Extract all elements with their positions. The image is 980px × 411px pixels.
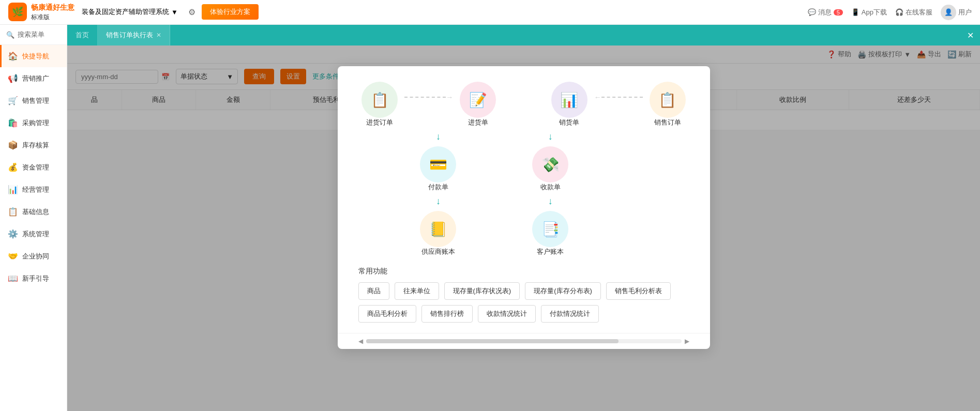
payment-circle: 💳 bbox=[420, 146, 456, 182]
sidebar-item-inventory[interactable]: 📦 库存核算 bbox=[0, 134, 67, 156]
search-icon: 🔍 bbox=[6, 31, 14, 39]
purchase-order-circle: 📋 bbox=[361, 82, 398, 118]
func-btn-6[interactable]: 销售排行榜 bbox=[421, 305, 473, 323]
scrollbar-track bbox=[366, 339, 682, 343]
func-btn-5[interactable]: 商品毛利分析 bbox=[358, 305, 416, 323]
sidebar-item-enterprise[interactable]: 🤝 企业协同 bbox=[0, 245, 67, 267]
sidebar-item-guide[interactable]: 📖 新手引导 bbox=[0, 267, 67, 290]
tab-bar: 首页 销售订单执行表 ✕ ✕ bbox=[67, 25, 980, 45]
func-btn-4[interactable]: 销售毛利分析表 bbox=[606, 282, 671, 300]
arrow-down-3: ↓ bbox=[420, 196, 456, 207]
system-name[interactable]: 装备及固定资产辅助管理系统 ▼ bbox=[82, 7, 178, 17]
flow-section: 📋 进货订单 → bbox=[338, 66, 710, 267]
avatar: 👤 bbox=[941, 5, 956, 20]
modal-overlay: 📋 进货订单 → bbox=[67, 45, 980, 411]
download-icon: 📱 bbox=[851, 8, 860, 16]
user-menu[interactable]: 👤 用户 bbox=[941, 5, 972, 20]
arrow-down-2: ↓ bbox=[532, 131, 568, 142]
purchase-doc-circle: 📝 bbox=[460, 82, 496, 118]
sales-order-circle: 📋 bbox=[650, 82, 686, 118]
func-buttons-row: 商品往来单位现存量(库存状况表)现存量(库存分布表)销售毛利分析表商品毛利分析销… bbox=[358, 282, 689, 323]
arrow-down-1: ↓ bbox=[420, 131, 456, 142]
arrow-h2: ← bbox=[594, 93, 643, 101]
marketing-icon: 📢 bbox=[8, 73, 18, 83]
func-btn-8[interactable]: 付款情况统计 bbox=[541, 305, 599, 323]
tab-close-icon[interactable]: ✕ bbox=[156, 32, 161, 39]
sidebar-item-quick-nav[interactable]: 🏠 快捷导航 bbox=[0, 45, 67, 67]
basic-icon: 📋 bbox=[8, 207, 18, 217]
page-content: ❓ 帮助 🖨️ 按模板打印 ▼ 📤 导出 🔄 刷新 bbox=[67, 45, 980, 411]
flow-modal: 📋 进货订单 → bbox=[338, 66, 710, 349]
sidebar-item-marketing[interactable]: 📢 营销推广 bbox=[0, 67, 67, 89]
scrollbar-thumb[interactable] bbox=[366, 339, 619, 343]
finance-icon: 💰 bbox=[8, 162, 18, 172]
message-icon: 💬 bbox=[808, 8, 816, 16]
sidebar-item-purchase[interactable]: 🛍️ 采购管理 bbox=[0, 112, 67, 134]
sidebar-item-system[interactable]: ⚙️ 系统管理 bbox=[0, 223, 67, 245]
flow-purchase-order[interactable]: 📋 进货订单 bbox=[361, 82, 398, 127]
sidebar-item-basic[interactable]: 📋 基础信息 bbox=[0, 201, 67, 223]
purchase-icon: 🛍️ bbox=[8, 118, 18, 128]
logo-area: 🌿 畅康通好生意 标准版 bbox=[8, 3, 76, 21]
sales-icon: 🛒 bbox=[8, 96, 18, 105]
settings-icon[interactable]: ⚙ bbox=[188, 7, 195, 17]
flow-sales-doc[interactable]: 📊 销货单 bbox=[551, 82, 587, 127]
func-btn-1[interactable]: 往来单位 bbox=[395, 282, 439, 300]
flow-receipt[interactable]: 💸 收款单 bbox=[532, 146, 568, 192]
app-download-button[interactable]: 📱 App下载 bbox=[851, 8, 887, 17]
scroll-right-icon[interactable]: ▶ bbox=[685, 338, 689, 345]
tab-home[interactable]: 首页 bbox=[67, 25, 98, 45]
func-btn-0[interactable]: 商品 bbox=[358, 282, 389, 300]
flow-purchase-doc[interactable]: 📝 进货单 bbox=[460, 82, 496, 127]
common-func-title: 常用功能 bbox=[358, 267, 689, 276]
logo-text: 畅康通好生意 标准版 bbox=[31, 3, 74, 21]
func-btn-2[interactable]: 现存量(库存状况表) bbox=[444, 282, 520, 300]
receipt-circle: 💸 bbox=[532, 146, 568, 182]
guide-icon: 📖 bbox=[8, 273, 18, 283]
inventory-icon: 📦 bbox=[8, 140, 18, 150]
scroll-left-icon[interactable]: ◀ bbox=[358, 338, 363, 345]
chevron-down-icon: ▼ bbox=[171, 8, 178, 16]
system-icon: ⚙️ bbox=[8, 229, 18, 239]
common-functions-section: 常用功能 商品往来单位现存量(库存状况表)现存量(库存分布表)销售毛利分析表商品… bbox=[338, 267, 710, 333]
flow-sales-order[interactable]: 📋 销售订单 bbox=[650, 82, 686, 127]
enterprise-icon: 🤝 bbox=[8, 251, 18, 261]
supplier-ledger-circle: 📒 bbox=[420, 211, 456, 247]
message-button[interactable]: 💬 消息 5 bbox=[808, 8, 843, 17]
func-btn-7[interactable]: 收款情况统计 bbox=[478, 305, 536, 323]
flow-customer-ledger[interactable]: 📑 客户账本 bbox=[532, 211, 568, 256]
flow-supplier-ledger[interactable]: 📒 供应商账本 bbox=[420, 211, 456, 256]
sidebar-item-sales[interactable]: 🛒 销售管理 bbox=[0, 89, 67, 112]
sales-doc-circle: 📊 bbox=[551, 82, 587, 118]
modal-scrollbar: ◀ ▶ bbox=[338, 333, 710, 349]
sidebar-item-business[interactable]: 📊 经营管理 bbox=[0, 178, 67, 201]
sidebar-item-finance[interactable]: 💰 资金管理 bbox=[0, 156, 67, 178]
search-menu[interactable]: 🔍 搜索菜单 bbox=[0, 25, 67, 45]
service-icon: 🎧 bbox=[895, 8, 903, 16]
trial-button[interactable]: 体验行业方案 bbox=[202, 4, 259, 20]
flow-payment[interactable]: 💳 付款单 bbox=[420, 146, 456, 192]
arrow-h1: → bbox=[404, 93, 453, 101]
arrow-down-4: ↓ bbox=[532, 196, 568, 207]
business-icon: 📊 bbox=[8, 185, 18, 194]
sidebar: 🔍 搜索菜单 🏠 快捷导航 📢 营销推广 🛒 销售管理 🛍️ 采购管理 📦 bbox=[0, 25, 67, 411]
home-icon: 🏠 bbox=[8, 51, 18, 61]
online-service-button[interactable]: 🎧 在线客服 bbox=[895, 8, 932, 17]
tab-sales-order[interactable]: 销售订单执行表 ✕ bbox=[98, 25, 170, 45]
logo-icon: 🌿 bbox=[8, 3, 27, 21]
func-btn-3[interactable]: 现存量(库存分布表) bbox=[525, 282, 601, 300]
customer-ledger-circle: 📑 bbox=[532, 211, 568, 247]
tab-bar-close-button[interactable]: ✕ bbox=[961, 31, 980, 40]
